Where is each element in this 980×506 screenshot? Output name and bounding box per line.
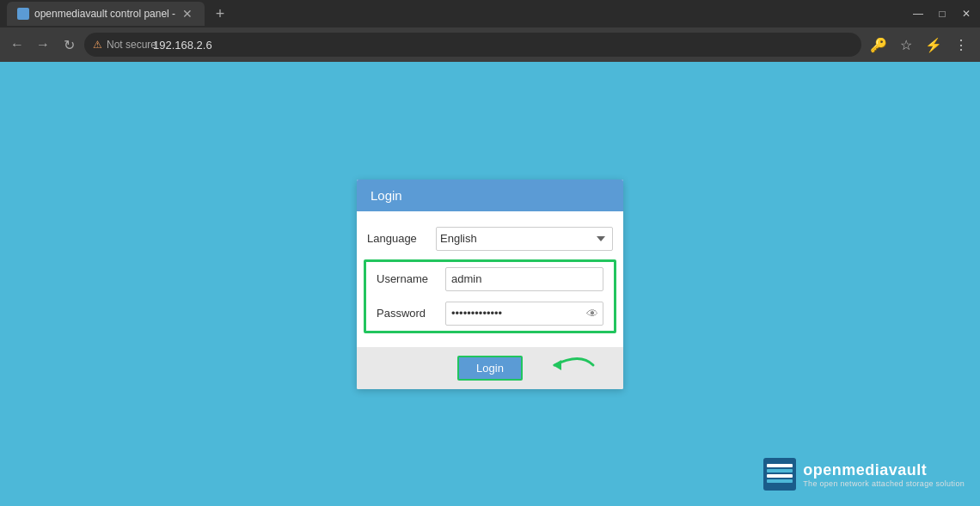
forward-button[interactable]: → xyxy=(33,34,53,55)
address-input[interactable] xyxy=(84,33,861,57)
login-button[interactable]: Login xyxy=(457,356,523,381)
login-header: Login xyxy=(357,180,623,211)
refresh-button[interactable]: ↻ xyxy=(58,34,79,55)
minimize-button[interactable]: — xyxy=(911,7,925,21)
key-icon[interactable]: 🔑 xyxy=(867,33,891,57)
omv-branding: openmediavault The open network attached… xyxy=(763,458,965,491)
svg-rect-5 xyxy=(767,479,793,483)
page-content: Login Language English Username Password xyxy=(0,62,980,506)
password-wrapper: 👁 xyxy=(445,302,603,326)
svg-rect-4 xyxy=(767,474,793,478)
extensions-icon[interactable]: ⚡ xyxy=(922,33,946,57)
login-title: Login xyxy=(371,188,402,203)
username-row: Username xyxy=(366,262,614,296)
username-input[interactable] xyxy=(445,267,603,291)
svg-rect-2 xyxy=(767,464,793,467)
maximize-button[interactable]: □ xyxy=(935,7,949,21)
toolbar-right-icons: 🔑 ☆ ⚡ ⋮ xyxy=(867,33,973,57)
username-label: Username xyxy=(377,272,445,285)
back-button[interactable]: ← xyxy=(7,34,28,55)
tab-close-button[interactable]: ✕ xyxy=(181,7,194,21)
credentials-highlight-box: Username Password 👁 xyxy=(364,259,616,333)
password-label: Password xyxy=(377,307,445,320)
new-tab-button[interactable]: + xyxy=(210,3,230,24)
bookmark-icon[interactable]: ☆ xyxy=(894,33,918,57)
language-label: Language xyxy=(367,232,436,245)
login-body: Language English Username Password 👁 xyxy=(357,211,623,347)
title-bar: openmediavault control panel - ✕ + — □ ✕ xyxy=(0,0,980,27)
address-bar-container: ⚠ Not secure xyxy=(84,33,861,57)
show-password-icon[interactable]: 👁 xyxy=(586,307,598,320)
omv-text-block: openmediavault The open network attached… xyxy=(803,461,965,488)
language-select[interactable]: English xyxy=(436,227,613,251)
omv-logo-icon xyxy=(763,458,796,491)
tab-favicon xyxy=(17,8,29,20)
window-controls: — □ ✕ xyxy=(911,7,973,21)
password-row: Password 👁 xyxy=(366,296,614,331)
svg-marker-0 xyxy=(553,360,561,370)
browser-tab[interactable]: openmediavault control panel - ✕ xyxy=(7,2,205,26)
tab-title: openmediavault control panel - xyxy=(34,8,175,20)
omv-tagline: The open network attached storage soluti… xyxy=(803,479,965,488)
browser-toolbar: ← → ↻ ⚠ Not secure 🔑 ☆ ⚡ ⋮ xyxy=(0,27,980,62)
omv-name: openmediavault xyxy=(803,461,965,479)
password-input[interactable] xyxy=(445,302,603,326)
close-button[interactable]: ✕ xyxy=(959,7,973,21)
language-row: Language English xyxy=(357,222,623,256)
login-footer: Login xyxy=(357,347,623,389)
green-arrow-icon xyxy=(546,348,597,382)
warning-icon: ⚠ xyxy=(93,39,102,51)
login-card: Login Language English Username Password xyxy=(357,180,623,389)
menu-icon[interactable]: ⋮ xyxy=(949,33,973,57)
svg-rect-3 xyxy=(767,469,793,472)
